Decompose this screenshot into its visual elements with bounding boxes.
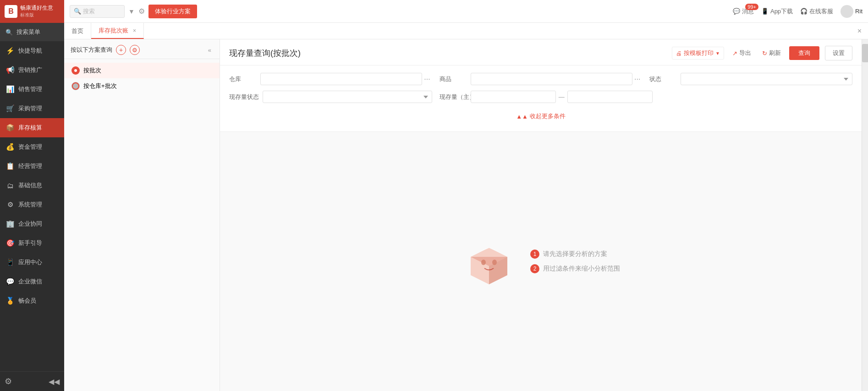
marketing-icon: 📢 <box>5 65 15 75</box>
sidebar-item-corpwx[interactable]: 💬 企业微信 <box>0 272 64 291</box>
topbar-right: 💬 消息 99+ 📱 App下载 🎧 在线客服 Rit <box>733 5 863 18</box>
app-name: 畅康通好生意 <box>20 5 53 12</box>
corpwx-icon: 💬 <box>5 277 15 286</box>
warehouse-input[interactable] <box>260 73 422 85</box>
sidebar-search-label: 搜索菜单 <box>16 28 40 36</box>
filter-row-2: 现存量状态 现存量（主） — <box>229 91 852 103</box>
settings-btn[interactable]: 设置 <box>825 46 852 60</box>
sidebar-item-newguide[interactable]: 🎯 新手引导 <box>0 234 64 253</box>
collapse-more-btn[interactable]: ▲▲ 收起更多条件 <box>229 109 852 124</box>
print-icon: 🖨 <box>676 50 682 57</box>
purchase-icon: 🛒 <box>5 104 15 113</box>
sidebar-item-search[interactable]: 🔍 搜索菜单 <box>0 23 64 41</box>
sidebar-item-quicknav[interactable]: ⚡ 快捷导航 <box>0 41 64 60</box>
product-label: 商品 <box>439 75 467 83</box>
sidebar-item-marketing[interactable]: 📢 营销推广 <box>0 60 64 80</box>
collapse-panel-btn[interactable]: « <box>206 46 213 54</box>
phone-icon: 📱 <box>761 8 769 15</box>
topbar-dropdown-arrow[interactable]: ▼ <box>128 8 135 15</box>
query-btn[interactable]: 查询 <box>789 46 819 60</box>
scheme-settings-btn[interactable]: ⚙ <box>130 45 140 55</box>
refresh-label: 刷新 <box>769 49 781 57</box>
headset-icon: 🎧 <box>800 8 808 15</box>
sidebar-item-enterprise[interactable]: 🏢 企业协同 <box>0 214 64 234</box>
warehouse-more-icon[interactable]: ··· <box>422 75 432 83</box>
settings-icon-btn[interactable]: ⚙ <box>5 376 12 386</box>
product-more-icon[interactable]: ··· <box>632 75 642 83</box>
sidebar-item-label: 畅会员 <box>18 297 36 305</box>
sidebar-item-purchase[interactable]: 🛒 采购管理 <box>0 99 64 118</box>
sidebar-collapse-btn[interactable]: ◀◀ <box>49 377 60 386</box>
inventory-qty-min[interactable] <box>471 91 556 103</box>
empty-hint-1: 1 请先选择要分析的方案 <box>530 250 620 259</box>
messages-badge: 99+ <box>745 4 758 10</box>
online-support-btn[interactable]: 🎧 在线客服 <box>800 7 833 16</box>
gear-icon: ⚙ <box>132 47 137 54</box>
right-panel: 现存量查询(按批次) 🖨 按模板打印 ▼ ↗ 导出 ↻ 刷新 <box>220 39 862 391</box>
message-icon: 💬 <box>733 8 740 15</box>
right-scrollbar[interactable] <box>862 39 868 391</box>
sidebar-item-label: 新手引导 <box>18 239 42 247</box>
tab-close-btn[interactable]: × <box>133 27 136 34</box>
messages-btn[interactable]: 💬 消息 99+ <box>733 7 754 16</box>
scheme-item-warehouse-batch[interactable]: 按仓库+批次 <box>64 78 220 94</box>
finance-icon: 💰 <box>5 142 15 152</box>
main-area: 🔍 搜索 ▼ ⚙ 体验行业方案 💬 消息 99+ 📱 App下载 🎧 在线客服 <box>64 0 868 391</box>
industry-solution-btn[interactable]: 体验行业方案 <box>148 5 197 18</box>
print-btn[interactable]: 🖨 按模板打印 ▼ <box>672 47 724 60</box>
hint-num-2: 2 <box>530 264 539 273</box>
scheme-radio-warehouse-batch <box>72 82 79 90</box>
sales-icon: 📊 <box>5 85 15 94</box>
sidebar-item-label: 库存核算 <box>18 124 42 132</box>
topbar-gear-btn[interactable]: ⚙ <box>138 7 145 16</box>
empty-hint-2: 2 用过滤条件来缩小分析范围 <box>530 264 620 273</box>
online-support-label: 在线客服 <box>809 7 833 16</box>
sidebar-item-member[interactable]: 🏅 畅会员 <box>0 291 64 310</box>
tab-inventory-batch[interactable]: 库存批次账 × <box>91 23 144 39</box>
warehouse-label: 仓库 <box>229 75 257 83</box>
operations-icon: 📋 <box>5 162 15 171</box>
sidebar-item-label: 应用中心 <box>18 258 42 266</box>
sidebar-item-basics[interactable]: 🗂 基础信息 <box>0 176 64 195</box>
print-dropdown-icon: ▼ <box>715 51 720 56</box>
page-actions: 🖨 按模板打印 ▼ ↗ 导出 ↻ 刷新 查询 设置 <box>672 46 852 60</box>
product-input[interactable] <box>471 73 632 85</box>
refresh-btn[interactable]: ↻ 刷新 <box>759 47 784 59</box>
tab-home-label: 首页 <box>71 27 83 35</box>
sidebar-item-finance[interactable]: 💰 资金管理 <box>0 137 64 157</box>
empty-hints: 1 请先选择要分析的方案 2 用过滤条件来缩小分析范围 <box>530 250 620 273</box>
scrollbar-thumb[interactable] <box>862 44 868 62</box>
sidebar-item-sales[interactable]: 📊 销售管理 <box>0 80 64 99</box>
scheme-icon-warehouse-batch <box>71 82 80 90</box>
print-label: 按模板打印 <box>684 49 714 57</box>
sidebar-item-label: 企业微信 <box>18 277 42 286</box>
topbar-search[interactable]: 🔍 搜索 <box>70 5 125 18</box>
sidebar-item-label: 经营管理 <box>18 162 42 170</box>
sidebar-item-label: 营销推广 <box>18 66 42 74</box>
quicknav-icon: ⚡ <box>5 46 15 55</box>
inventory-qty-max[interactable] <box>567 91 653 103</box>
sidebar-header: B 畅康通好生意 标准版 <box>0 0 64 23</box>
export-btn[interactable]: ↗ 导出 <box>730 47 754 59</box>
scheme-item-batch[interactable]: 按批次 <box>64 63 220 78</box>
basics-icon: 🗂 <box>5 181 15 190</box>
panel-close-btn[interactable]: × <box>851 27 868 35</box>
left-panel-title: 按以下方案查询 <box>71 46 112 54</box>
sidebar-item-operations[interactable]: 📋 经营管理 <box>0 157 64 176</box>
sidebar-item-system[interactable]: ⚙ 系统管理 <box>0 195 64 214</box>
hint-text-1: 请先选择要分析的方案 <box>543 250 607 258</box>
sidebar-item-label: 基础信息 <box>18 181 42 190</box>
system-icon: ⚙ <box>5 200 15 209</box>
user-menu[interactable]: Rit <box>841 5 863 18</box>
inventory-status-label: 现存量状态 <box>229 93 259 101</box>
status-select[interactable] <box>681 73 852 85</box>
sidebar-item-appcenter[interactable]: 📱 应用中心 <box>0 253 64 272</box>
range-separator: — <box>559 93 565 100</box>
add-scheme-btn[interactable]: + <box>116 45 126 55</box>
tab-home[interactable]: 首页 <box>64 23 91 39</box>
inventory-status-select[interactable] <box>263 91 432 103</box>
app-download-btn[interactable]: 📱 App下载 <box>761 7 793 16</box>
sidebar-item-inventory[interactable]: 📦 库存核算 <box>0 118 64 137</box>
tab-inventory-batch-label: 库存批次账 <box>99 27 128 35</box>
app-edition: 标准版 <box>20 12 53 18</box>
